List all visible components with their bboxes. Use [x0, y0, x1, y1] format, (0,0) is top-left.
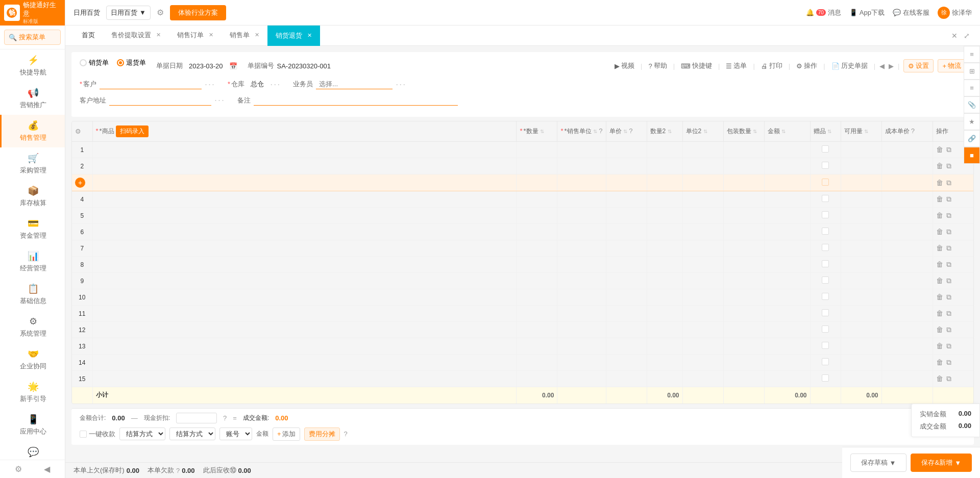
qty2-cell-3[interactable]: [647, 174, 682, 191]
delete-row-2-icon[interactable]: 🗑: [936, 162, 943, 170]
qty-cell-3[interactable]: [517, 174, 557, 191]
prev-record-icon[interactable]: ◀: [879, 62, 885, 70]
gift-checkbox-9[interactable]: [822, 276, 829, 284]
gift-checkbox-15[interactable]: [822, 374, 829, 382]
gift-cell-3[interactable]: [810, 174, 841, 191]
topbar-settings-icon[interactable]: ⚙: [157, 8, 164, 17]
delete-row-6-icon[interactable]: 🗑: [936, 228, 943, 236]
delete-row-9-icon[interactable]: 🗑: [936, 276, 943, 285]
pack-cell-3[interactable]: [723, 174, 764, 191]
qty-cell-1[interactable]: [517, 142, 557, 158]
address-input[interactable]: [109, 95, 211, 106]
gift-checkbox-10[interactable]: [822, 293, 829, 300]
tab-sales-return[interactable]: 销货退货 ✕: [267, 26, 320, 46]
delete-row-13-icon[interactable]: 🗑: [936, 342, 943, 350]
one-key-payment-cb[interactable]: 一键收款: [80, 430, 115, 439]
sidebar-item-system[interactable]: ⚙ 系统管理: [0, 311, 65, 343]
gift-checkbox-2[interactable]: [822, 162, 829, 169]
gift-checkbox-12[interactable]: [822, 325, 829, 333]
gift-cell-1[interactable]: [810, 142, 841, 158]
history-btn[interactable]: 📄 历史单据: [829, 60, 870, 71]
delete-row-11-icon[interactable]: 🗑: [936, 309, 943, 318]
copy-row-6-icon[interactable]: ⧉: [946, 228, 951, 236]
delete-row-15-icon[interactable]: 🗑: [936, 374, 943, 383]
sidebar-item-finance[interactable]: 💳 资金管理: [0, 213, 65, 245]
tab-sales-order[interactable]: 销售订单 ✕: [169, 26, 222, 46]
right-sidebar-item-6[interactable]: 🔗: [964, 130, 980, 147]
sort-pack-icon[interactable]: ⇅: [753, 129, 757, 134]
experience-btn[interactable]: 体验行业方案: [170, 5, 226, 20]
gift-cell-2[interactable]: [810, 158, 841, 174]
gift-checkbox-8[interactable]: [822, 260, 829, 267]
sidebar-item-enterprise[interactable]: 🤝 企业协同: [0, 343, 65, 376]
radio-return[interactable]: 退货单: [117, 58, 146, 67]
price-cell-3[interactable]: [606, 174, 647, 191]
account-select[interactable]: 账号: [219, 427, 252, 440]
maximize-tab-icon[interactable]: ⤢: [962, 31, 972, 41]
copy-row-13-icon[interactable]: ⧉: [946, 342, 951, 350]
right-sidebar-item-2[interactable]: ⊞: [964, 63, 980, 80]
settlement-select[interactable]: 结算方式: [119, 427, 165, 440]
sort-unit-icon[interactable]: ⇅: [593, 129, 597, 134]
sort-avail-icon[interactable]: ⇅: [864, 129, 868, 134]
shortcut-btn[interactable]: ⌨ 快捷键: [679, 60, 714, 71]
copy-row-11-icon[interactable]: ⧉: [946, 309, 951, 318]
right-sidebar-item-5[interactable]: ★: [964, 113, 980, 130]
right-sidebar-item-3[interactable]: ≡: [964, 80, 980, 96]
product-cell-3[interactable]: [92, 174, 517, 191]
cost-cell-3[interactable]: [881, 174, 933, 191]
right-sidebar-item-4[interactable]: 📎: [964, 96, 980, 113]
price-help-icon[interactable]: ?: [629, 127, 632, 135]
sidebar-item-purchase[interactable]: 🛒 采购管理: [0, 147, 65, 180]
select-btn[interactable]: ☰ 选单: [724, 60, 749, 71]
sort-gift-icon[interactable]: ⇅: [827, 129, 831, 134]
sidebar-item-weixin[interactable]: 💬 企业微信: [0, 441, 65, 460]
fee-help-icon[interactable]: ?: [344, 430, 348, 438]
sort-price-icon[interactable]: ⇅: [623, 129, 627, 134]
delete-row-14-icon[interactable]: 🗑: [936, 358, 943, 367]
sidebar-settings-btn[interactable]: ⚙: [15, 464, 22, 474]
app-download-area[interactable]: 📱 App下载: [849, 8, 885, 17]
close-price-settings-icon[interactable]: ✕: [156, 32, 161, 38]
operate-btn[interactable]: ⚙ 操作: [794, 60, 819, 71]
delete-row-12-icon[interactable]: 🗑: [936, 325, 943, 334]
print-btn[interactable]: 🖨 打印: [759, 60, 785, 71]
unit2-cell-3[interactable]: [682, 174, 723, 191]
avail-cell-1[interactable]: [841, 142, 881, 158]
qty2-cell-1[interactable]: [647, 142, 682, 158]
unit-cell-2[interactable]: [557, 158, 606, 174]
add-row-btn[interactable]: +: [75, 178, 85, 188]
help-btn[interactable]: ? 帮助: [646, 60, 669, 71]
amount-cell-1[interactable]: [764, 142, 810, 158]
notification-area[interactable]: 🔔 70 消息: [806, 8, 841, 17]
sort-qty-icon[interactable]: ⇅: [540, 129, 544, 134]
copy-row-15-icon[interactable]: ⧉: [946, 374, 951, 383]
radio-sales[interactable]: 销货单: [80, 58, 109, 67]
next-record-icon[interactable]: ▶: [889, 62, 894, 70]
copy-row-8-icon[interactable]: ⧉: [946, 260, 951, 269]
sort-qty2-icon[interactable]: ⇅: [668, 129, 672, 134]
debt-help-icon[interactable]: ?: [176, 467, 180, 474]
address-dots[interactable]: ···: [214, 95, 225, 106]
sidebar-item-basic-info[interactable]: 📋 基础信息: [0, 278, 65, 311]
product-cell-1[interactable]: [92, 142, 517, 158]
copy-row-1-icon[interactable]: ⧉: [946, 145, 951, 154]
tab-price-settings[interactable]: 售价提取设置 ✕: [103, 26, 169, 46]
gift-checkbox-4[interactable]: [822, 195, 829, 202]
th-gear[interactable]: ⚙: [72, 121, 92, 142]
price-cell-1[interactable]: [606, 142, 647, 158]
amount-cell-2[interactable]: [764, 158, 810, 174]
add-btn[interactable]: + 添加: [273, 427, 300, 441]
avail-cell-3[interactable]: [841, 174, 881, 191]
sidebar-item-marketing[interactable]: 📢 营销推广: [0, 82, 65, 115]
qty2-cell-2[interactable]: [647, 158, 682, 174]
warehouse-dots[interactable]: ···: [270, 79, 281, 90]
gift-checkbox-6[interactable]: [822, 228, 829, 235]
close-tab-icon[interactable]: ✕: [949, 31, 960, 41]
close-sales-order-icon[interactable]: ✕: [209, 32, 213, 38]
topbar-dropdown[interactable]: 日用百货 ▼: [106, 6, 151, 20]
sort-amount-icon[interactable]: ⇅: [781, 129, 786, 134]
remark-input[interactable]: [254, 95, 458, 106]
delete-row-3-icon[interactable]: 🗑: [936, 179, 943, 187]
cash-help-icon[interactable]: ?: [223, 414, 227, 422]
